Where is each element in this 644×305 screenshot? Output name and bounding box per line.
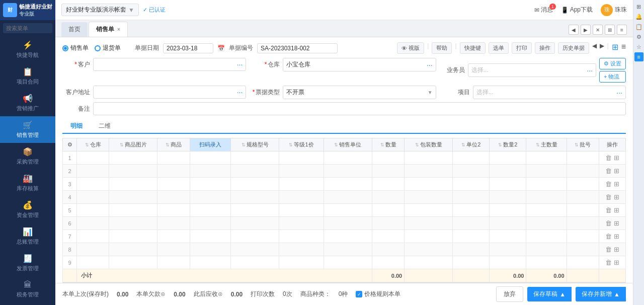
- th-price1[interactable]: ⇅等级1价: [279, 138, 324, 151]
- cell-main-qty[interactable]: [526, 256, 567, 269]
- cell-unit2[interactable]: [453, 256, 490, 269]
- cell-batch[interactable]: [567, 191, 599, 204]
- radio-sales[interactable]: 销售单: [62, 44, 89, 52]
- salesperson-picker-icon[interactable]: ···: [587, 66, 593, 74]
- delete-row-icon[interactable]: 🗑: [605, 193, 612, 201]
- cell-qty[interactable]: [372, 165, 404, 178]
- cell-price1[interactable]: [279, 243, 324, 256]
- customer-input[interactable]: ···: [93, 58, 246, 71]
- cell-price1[interactable]: [279, 191, 324, 204]
- delete-row-icon[interactable]: 🗑: [605, 180, 612, 188]
- th-qty[interactable]: ⇅数量: [372, 138, 404, 151]
- cell-unit2[interactable]: [453, 243, 490, 256]
- company-selector[interactable]: 好业财专业版演示帐套 ▼: [61, 4, 139, 16]
- th-unit2[interactable]: ⇅单位2: [453, 138, 490, 151]
- cell-image[interactable]: [109, 243, 157, 256]
- operation-btn[interactable]: 操作: [535, 42, 555, 54]
- abandon-btn[interactable]: 放弃: [496, 286, 523, 302]
- cell-image[interactable]: [109, 230, 157, 243]
- cell-image[interactable]: [109, 151, 157, 165]
- right-panel-icon-1[interactable]: ⊞: [634, 2, 643, 11]
- cell-pack-qty[interactable]: [405, 204, 453, 217]
- cell-warehouse[interactable]: [77, 165, 109, 178]
- right-panel-icon-5[interactable]: ☆: [634, 42, 643, 51]
- add-goods-btn[interactable]: + 物流: [599, 71, 626, 83]
- th-barcode[interactable]: 扫码录入: [190, 138, 231, 151]
- cell-batch[interactable]: [567, 165, 599, 178]
- cell-image[interactable]: [109, 165, 157, 178]
- sidebar-item-marketing[interactable]: 📢 营销推广: [0, 90, 55, 116]
- cell-pack-qty[interactable]: [405, 230, 453, 243]
- cell-unit2[interactable]: [453, 151, 490, 165]
- settings-btn[interactable]: ⚙ 设置: [599, 58, 626, 69]
- cell-pack-qty[interactable]: [405, 256, 453, 269]
- copy-row-icon[interactable]: ⊞: [614, 193, 619, 201]
- tab-close-all-btn[interactable]: ✕: [593, 25, 603, 35]
- customer-picker-icon[interactable]: ···: [237, 60, 243, 68]
- sidebar-item-invoice-mgmt[interactable]: 🧾 发票管理: [0, 250, 55, 276]
- right-panel-icon-4[interactable]: ⚙: [634, 32, 643, 41]
- cell-unit2[interactable]: [453, 178, 490, 191]
- project-input[interactable]: 选择... ···: [473, 86, 626, 99]
- cell-goods[interactable]: [157, 165, 190, 178]
- history-btn[interactable]: 历史单据: [558, 42, 589, 54]
- cell-sales-unit[interactable]: [324, 256, 372, 269]
- cell-price1[interactable]: [279, 217, 324, 230]
- search-input[interactable]: [3, 23, 52, 33]
- tab-close-icon[interactable]: ×: [117, 27, 120, 32]
- cell-batch[interactable]: [567, 256, 599, 269]
- warehouse-picker-icon[interactable]: ···: [427, 61, 433, 69]
- right-panel-icon-2[interactable]: 🔔: [634, 12, 643, 21]
- delete-row-icon[interactable]: 🗑: [605, 246, 612, 253]
- copy-row-icon[interactable]: ⊞: [614, 259, 619, 266]
- cell-qty[interactable]: [372, 178, 404, 191]
- cell-warehouse[interactable]: [77, 243, 109, 256]
- copy-row-icon[interactable]: ⊞: [614, 180, 619, 188]
- cell-qty[interactable]: [372, 256, 404, 269]
- cell-goods[interactable]: [157, 256, 190, 269]
- cell-qty2[interactable]: [490, 217, 526, 230]
- toolbar-list-icon[interactable]: ≡: [621, 42, 626, 54]
- cell-image[interactable]: [109, 178, 157, 191]
- calendar-icon[interactable]: 📅: [217, 45, 225, 52]
- sidebar-item-fixed-assets[interactable]: 🏢 固定资产: [0, 302, 55, 305]
- cell-spec[interactable]: [231, 243, 279, 256]
- cell-qty2[interactable]: [490, 243, 526, 256]
- copy-row-icon[interactable]: ⊞: [614, 167, 619, 175]
- save-new-btn[interactable]: 保存并新增 ▲: [576, 287, 626, 301]
- cell-qty2[interactable]: [490, 204, 526, 217]
- select-btn[interactable]: 选单: [489, 42, 509, 54]
- cell-barcode[interactable]: [190, 217, 231, 230]
- cell-batch[interactable]: [567, 230, 599, 243]
- cell-unit2[interactable]: [453, 165, 490, 178]
- copy-row-icon[interactable]: ⊞: [614, 206, 619, 214]
- cell-main-qty[interactable]: [526, 217, 567, 230]
- cell-main-qty[interactable]: [526, 230, 567, 243]
- date-input[interactable]: [163, 43, 213, 53]
- address-picker-icon[interactable]: ···: [237, 88, 243, 96]
- tab-grid-btn[interactable]: ⊞: [605, 25, 615, 35]
- cell-batch[interactable]: [567, 243, 599, 256]
- cell-image[interactable]: [109, 191, 157, 204]
- app-download-btn[interactable]: 📱 App下载: [561, 6, 593, 14]
- cell-image[interactable]: [109, 217, 157, 230]
- cell-barcode[interactable]: [190, 178, 231, 191]
- cell-sales-unit[interactable]: [324, 191, 372, 204]
- cell-sales-unit[interactable]: [324, 230, 372, 243]
- right-panel-icon-3[interactable]: 📋: [634, 22, 643, 31]
- cell-price1[interactable]: [279, 151, 324, 165]
- cell-goods[interactable]: [157, 230, 190, 243]
- help-btn[interactable]: 帮助: [432, 42, 452, 54]
- cell-batch[interactable]: [567, 217, 599, 230]
- cell-price1[interactable]: [279, 204, 324, 217]
- right-panel-icon-6[interactable]: ≡: [634, 52, 643, 61]
- cell-warehouse[interactable]: [77, 217, 109, 230]
- cell-qty[interactable]: [372, 230, 404, 243]
- delete-row-icon[interactable]: 🗑: [605, 259, 612, 266]
- cell-image[interactable]: [109, 204, 157, 217]
- tab-erwei[interactable]: 二维: [91, 119, 119, 133]
- cell-pack-qty[interactable]: [405, 178, 453, 191]
- cell-pack-qty[interactable]: [405, 165, 453, 178]
- cell-pack-qty[interactable]: [405, 217, 453, 230]
- cell-pack-qty[interactable]: [405, 151, 453, 165]
